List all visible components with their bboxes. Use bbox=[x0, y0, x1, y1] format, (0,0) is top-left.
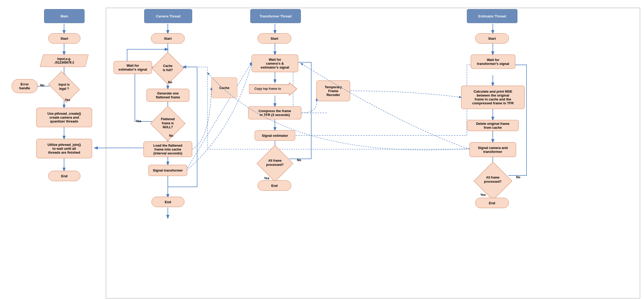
est-start: Start bbox=[475, 33, 509, 44]
main-yes-label: Yes bbox=[65, 98, 70, 102]
svg-text:Copy top frame to: Copy top frame to bbox=[254, 87, 281, 91]
main-input: Input,e.g../512345678 2 bbox=[40, 54, 89, 67]
cam-start: Start bbox=[151, 33, 185, 44]
trans-wait: Wait forcamera's &estimator's signal bbox=[252, 54, 298, 72]
trans-signal-est: Signal estimator bbox=[255, 130, 295, 141]
transformer-header: Transformer Thread bbox=[250, 9, 301, 23]
est-signal: Signal camera andtransformer bbox=[469, 142, 516, 157]
est-calc: Calculate and print MSEbetween the origi… bbox=[461, 86, 525, 109]
cache-box: Cache bbox=[211, 77, 237, 98]
est-no-label: No bbox=[516, 175, 520, 179]
cam-signal: Signal transformer bbox=[148, 165, 187, 176]
main-no-label: No bbox=[40, 84, 44, 87]
trans-start: Start bbox=[258, 33, 291, 44]
est-all-diamond: All frameprocessed? bbox=[472, 167, 514, 192]
trans-all-diamond: All frameprocessed? bbox=[255, 151, 294, 175]
main-start: Start bbox=[48, 33, 80, 44]
main-error: Errorhandle bbox=[12, 79, 38, 93]
trans-end: End bbox=[258, 180, 291, 191]
cam-end: End bbox=[151, 197, 184, 207]
trans-no-label: No bbox=[297, 158, 301, 162]
camera-header: Camera Thread bbox=[144, 9, 192, 23]
cam-cache-full: Cacheis full? bbox=[152, 57, 183, 80]
trans-tfr: TemporaryFrameRecoder bbox=[316, 80, 350, 101]
main-legal-diamond: Input islegal ? bbox=[50, 77, 78, 97]
est-end: End bbox=[475, 198, 509, 208]
main-header: Main bbox=[44, 9, 85, 23]
cam-load: Load the flattenedframe into cache(inter… bbox=[143, 141, 192, 157]
flowchart-diagram: Main Start Input,e.g../512345678 2 Input… bbox=[0, 0, 644, 300]
cam-null-yes-label: Yes bbox=[136, 119, 141, 123]
est-delete: Delete original framefrom cache bbox=[467, 120, 519, 131]
trans-compress: Compress the framein TFR (3 seconds) bbox=[248, 106, 301, 119]
cam-gen-frame: Generate oneflattened frame bbox=[147, 89, 189, 102]
est-yes-label: Yes bbox=[480, 193, 486, 197]
trans-copy: Copy top frame to bbox=[249, 83, 297, 96]
estimator-header: Estimator Thread bbox=[467, 9, 517, 23]
cam-no-label: No bbox=[168, 80, 172, 84]
est-wait: Wait fortransformer's signal bbox=[471, 54, 515, 69]
trans-yes-label: Yes bbox=[264, 176, 269, 180]
main-join: Utilize pthread_join()to wait until allt… bbox=[36, 139, 92, 158]
main-create: Use pthread_create()create camera andqua… bbox=[36, 108, 92, 127]
cam-null-diamond: Flattenedframe isNULL? bbox=[150, 111, 186, 136]
cam-null-no-label: No bbox=[169, 134, 173, 138]
cam-wait-est: Wait forestimator's signal bbox=[114, 61, 152, 74]
main-end: End bbox=[48, 171, 80, 181]
